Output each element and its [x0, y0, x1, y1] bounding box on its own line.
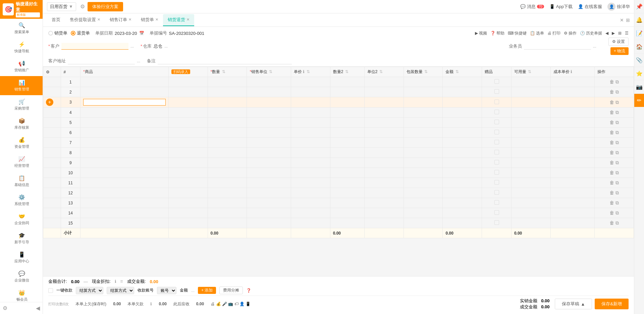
- row-unit-cell[interactable]: [247, 188, 291, 198]
- row-price-cell[interactable]: [291, 168, 330, 178]
- delete-row-btn[interactable]: 🗑: [609, 189, 615, 196]
- tab-sale-order[interactable]: 销售订单 ✕: [105, 14, 136, 26]
- row-price-cell[interactable]: [291, 97, 330, 108]
- row-unit2-cell[interactable]: [364, 168, 404, 178]
- row-product-cell[interactable]: [80, 108, 168, 118]
- toolbar-history[interactable]: 🕐 历史单据: [580, 30, 602, 36]
- gift-checkbox[interactable]: [494, 120, 499, 124]
- row-product-cell[interactable]: [80, 188, 168, 198]
- message-btn[interactable]: 💬 消息 70: [520, 4, 544, 10]
- row-gift-cell[interactable]: [482, 158, 512, 168]
- row-gift-cell[interactable]: [482, 168, 512, 178]
- row-pack-cell[interactable]: [404, 178, 443, 188]
- delete-row-btn[interactable]: 🗑: [609, 219, 615, 226]
- row-unit-cell[interactable]: [247, 118, 291, 128]
- row-pack-cell[interactable]: [404, 198, 443, 208]
- gift-checkbox[interactable]: [494, 200, 499, 205]
- grid-view-btn[interactable]: ⊞: [618, 31, 622, 36]
- row-pack-cell[interactable]: [404, 208, 443, 218]
- address-input[interactable]: [68, 58, 135, 64]
- row-qty-cell[interactable]: [208, 108, 247, 118]
- row-qty-cell[interactable]: [208, 158, 247, 168]
- delete-row-btn[interactable]: 🗑: [609, 139, 615, 146]
- row-price-cell[interactable]: [291, 148, 330, 158]
- right-panel-item-4[interactable]: 🏠: [634, 40, 644, 54]
- row-unit2-cell[interactable]: [364, 208, 404, 218]
- sidebar-item-newbie[interactable]: 🎓 新手引导: [0, 229, 43, 248]
- staff-select-btn[interactable]: ...: [593, 44, 596, 49]
- gift-checkbox[interactable]: [494, 140, 499, 144]
- row-unit-cell[interactable]: [247, 198, 291, 208]
- row-qty-cell[interactable]: [208, 148, 247, 158]
- row-product-cell[interactable]: [80, 198, 168, 208]
- row-qty2-cell[interactable]: [330, 97, 364, 108]
- close-all-tabs-btn[interactable]: ✕: [620, 17, 624, 23]
- row-qty2-cell[interactable]: [330, 188, 364, 198]
- sidebar-settings-btn[interactable]: ⚙: [3, 305, 7, 311]
- sidebar-item-enterprise[interactable]: 🤝 企业协同: [0, 210, 43, 229]
- delete-row-btn[interactable]: 🗑: [609, 159, 615, 166]
- row-price-cell[interactable]: [291, 178, 330, 188]
- row-product-cell[interactable]: [80, 138, 168, 148]
- row-price-cell[interactable]: [291, 108, 330, 118]
- row-gift-cell[interactable]: [482, 138, 512, 148]
- gift-checkbox[interactable]: [494, 190, 499, 195]
- row-unit2-cell[interactable]: [364, 188, 404, 198]
- delete-row-btn[interactable]: 🗑: [609, 78, 615, 85]
- row-qty-cell[interactable]: [208, 198, 247, 208]
- row-qty-cell[interactable]: [208, 188, 247, 198]
- row-pack-cell[interactable]: [404, 97, 443, 108]
- experience-btn[interactable]: 体验行业方案: [88, 2, 123, 11]
- row-unit2-cell[interactable]: [364, 198, 404, 208]
- row-pack-cell[interactable]: [404, 118, 443, 128]
- sidebar-item-wechat[interactable]: 💬 企业微信: [0, 267, 43, 286]
- one-key-collect-checkbox[interactable]: [48, 288, 53, 293]
- row-unit-cell[interactable]: [247, 208, 291, 218]
- sidebar-item-member[interactable]: 👑 畅会员: [0, 286, 43, 302]
- delete-row-btn[interactable]: 🗑: [609, 109, 615, 116]
- row-unit-cell[interactable]: [247, 138, 291, 148]
- row-unit-cell[interactable]: [247, 178, 291, 188]
- row-qty-cell[interactable]: [208, 178, 247, 188]
- row-price-cell[interactable]: [291, 118, 330, 128]
- row-price-cell[interactable]: [291, 198, 330, 208]
- row-unit2-cell[interactable]: [364, 138, 404, 148]
- radio-return[interactable]: 退货单: [71, 30, 90, 36]
- once-due-info-icon[interactable]: ℹ: [150, 302, 152, 306]
- row-gift-cell[interactable]: [482, 148, 512, 158]
- row-qty2-cell[interactable]: [330, 118, 364, 128]
- customer-select-btn[interactable]: ...: [130, 44, 134, 49]
- row-qty2-cell[interactable]: [330, 138, 364, 148]
- tab-home[interactable]: 首页: [47, 14, 65, 26]
- row-price-cell[interactable]: [291, 128, 330, 138]
- row-unit2-cell[interactable]: [364, 218, 404, 228]
- row-qty2-cell[interactable]: [330, 178, 364, 188]
- row-qty2-cell[interactable]: [330, 108, 364, 118]
- discount-info-icon[interactable]: ℹ: [115, 279, 116, 284]
- row-gift-cell[interactable]: [482, 208, 512, 218]
- copy-row-btn[interactable]: ⧉: [615, 119, 620, 126]
- settings-btn[interactable]: ⚙ 设置: [608, 38, 629, 46]
- row-unit-cell[interactable]: [247, 108, 291, 118]
- product-input[interactable]: [83, 99, 166, 106]
- copy-row-btn[interactable]: ⧉: [615, 129, 620, 136]
- pack-sort-icon[interactable]: ⇅: [424, 69, 428, 74]
- settle-method-select[interactable]: 结算方式: [76, 287, 103, 294]
- delete-row-btn[interactable]: 🗑: [609, 169, 615, 176]
- row-product-cell[interactable]: [80, 218, 168, 228]
- customer-input[interactable]: [61, 43, 128, 50]
- copy-row-btn[interactable]: ⧉: [615, 219, 620, 227]
- copy-row-btn[interactable]: ⧉: [615, 88, 620, 96]
- save-draft-btn[interactable]: 保存草稿 ▲: [555, 299, 592, 309]
- row-gift-cell[interactable]: [482, 77, 512, 87]
- right-panel-item-3[interactable]: 📝: [634, 27, 644, 40]
- row-unit-cell[interactable]: [247, 158, 291, 168]
- toolbar-operation[interactable]: ⚙ 操作: [564, 30, 577, 36]
- sidebar-item-shortcut[interactable]: ⚡ 快捷导航: [0, 38, 43, 57]
- topbar-gear-icon[interactable]: ⚙: [80, 3, 85, 10]
- sidebar-item-marketing[interactable]: 📢 营销推广: [0, 57, 43, 76]
- copy-row-btn[interactable]: ⧉: [615, 149, 620, 156]
- row-qty-cell[interactable]: [208, 138, 247, 148]
- copy-row-btn[interactable]: ⧉: [615, 109, 620, 116]
- sidebar-item-system[interactable]: ⚙️ 系统管理: [0, 191, 43, 210]
